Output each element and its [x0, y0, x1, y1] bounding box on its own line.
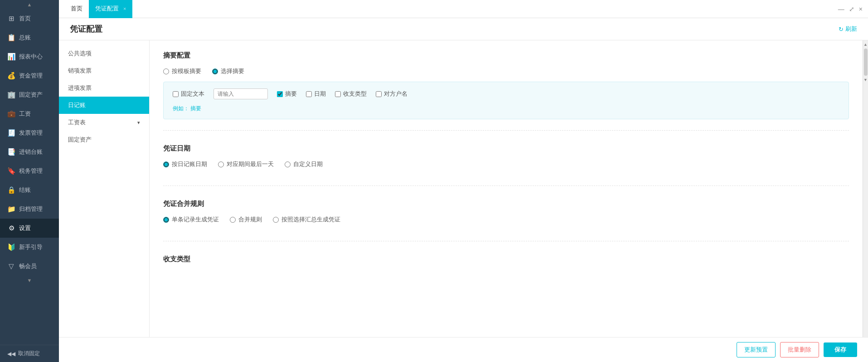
minimize-button[interactable]: — [838, 5, 844, 13]
settings-icon: ⚙ [7, 224, 15, 232]
radio-last-day-label: 对应期间最后一天 [227, 160, 274, 168]
sidebar-item-label: 进销台账 [19, 148, 43, 156]
summary-title: 摘要配置 [163, 51, 849, 60]
close-account-icon: 🔒 [7, 186, 15, 194]
sidebar-unpin-button[interactable]: ◀◀ 取消固定 [0, 345, 59, 362]
radio-merge-input[interactable] [230, 217, 236, 223]
checkbox-date[interactable]: 日期 [306, 90, 326, 98]
counterpart-checkbox[interactable] [376, 91, 382, 97]
sidebar-item-label: 总账 [19, 34, 31, 42]
radio-merge-rule[interactable]: 合并规则 [230, 215, 262, 224]
radio-custom-date-label: 自定义日期 [293, 160, 323, 168]
sidebar-item-label: 设置 [19, 224, 31, 232]
sidebar-item-reconcile[interactable]: 📑 进销台账 [0, 142, 59, 161]
radio-select-input[interactable] [212, 68, 218, 74]
sidebar-item-tax[interactable]: 🔖 税务管理 [0, 161, 59, 181]
summary-radio-group: 按模板摘要 选择摘要 [163, 67, 849, 75]
radio-template-summary[interactable]: 按模板摘要 [163, 67, 201, 75]
left-nav-label: 工资表 [68, 118, 86, 127]
guide-icon: 🔰 [7, 243, 15, 251]
radio-custom-date-input[interactable] [285, 161, 291, 167]
checkbox-counterpart[interactable]: 对方户名 [376, 90, 407, 98]
sidebar-item-archive[interactable]: 📁 归档管理 [0, 200, 59, 219]
radio-select-label: 选择摘要 [221, 67, 244, 75]
sidebar: ▲ ⊞ 首页 📋 总账 📊 报表中心 💰 资金管理 🏢 固定资产 💼 工资 🧾 … [0, 0, 59, 362]
sidebar-item-report[interactable]: 📊 报表中心 [0, 47, 59, 66]
sidebar-item-ledger[interactable]: 📋 总账 [0, 28, 59, 47]
home-icon: ⊞ [7, 15, 15, 23]
salary-icon: 💼 [7, 110, 15, 118]
left-nav-fixed-assets[interactable]: 固定资产 [59, 131, 149, 148]
sidebar-item-home[interactable]: ⊞ 首页 [0, 9, 59, 28]
tab-voucher-config[interactable]: 凭证配置 × [89, 0, 132, 18]
sidebar-item-guide[interactable]: 🔰 新手引导 [0, 238, 59, 257]
archive-icon: 📁 [7, 205, 15, 213]
radio-select-merge[interactable]: 按照选择汇总生成凭证 [273, 215, 340, 224]
tab-close-icon[interactable]: × [123, 6, 126, 11]
checkbox-income-type[interactable]: 收支类型 [335, 90, 367, 98]
left-nav-label: 固定资产 [68, 136, 92, 144]
example-text: 例如： 摘要 [173, 105, 201, 112]
sidebar-item-salary[interactable]: 💼 工资 [0, 104, 59, 123]
radio-template-input[interactable] [163, 68, 169, 74]
radio-single-input[interactable] [163, 217, 169, 223]
page-title: 凭证配置 [70, 24, 102, 34]
report-icon: 📊 [7, 53, 15, 61]
sidebar-item-invoice[interactable]: 🧾 发票管理 [0, 123, 59, 142]
refresh-button[interactable]: ↻ 刷新 [839, 25, 857, 33]
radio-select-merge-input[interactable] [273, 217, 279, 223]
left-nav-sales[interactable]: 销项发票 [59, 62, 149, 79]
radio-journal-date[interactable]: 按日记账日期 [163, 160, 207, 168]
income-type-checkbox[interactable] [335, 91, 341, 97]
checkbox-fixed-text[interactable]: 固定文本 [173, 90, 204, 98]
date-checkbox[interactable] [306, 91, 312, 97]
batch-delete-button[interactable]: 批量删除 [780, 342, 819, 357]
maximize-button[interactable]: ⤢ [849, 5, 854, 13]
fixed-text-checkbox[interactable] [173, 91, 179, 97]
radio-single-record[interactable]: 单条记录生成凭证 [163, 215, 219, 224]
sidebar-item-settings[interactable]: ⚙ 设置 [0, 219, 59, 238]
summary-checkbox[interactable] [277, 91, 283, 97]
left-nav-payroll[interactable]: 工资表 ▾ [59, 114, 149, 131]
scrollbar-thumb[interactable] [864, 49, 868, 76]
tab-home[interactable]: 首页 [64, 0, 89, 18]
radio-single-label: 单条记录生成凭证 [172, 215, 219, 224]
update-preview-button[interactable]: 更新预置 [737, 342, 776, 357]
radio-last-day-input[interactable] [218, 161, 224, 167]
sidebar-item-label: 报表中心 [19, 53, 43, 61]
sidebar-item-assets[interactable]: 🏢 固定资产 [0, 85, 59, 104]
radio-custom-date[interactable]: 自定义日期 [285, 160, 323, 168]
fixed-text-input[interactable] [213, 88, 268, 99]
scrollbar-up-arrow[interactable]: ▲ [863, 41, 868, 48]
left-nav-label: 进项发票 [68, 84, 92, 92]
radio-journal-date-input[interactable] [163, 161, 169, 167]
save-button[interactable]: 保存 [824, 342, 857, 357]
sidebar-item-label: 资金管理 [19, 72, 43, 80]
radio-select-merge-label: 按照选择汇总生成凭证 [281, 215, 340, 224]
scrollbar-down-arrow[interactable]: ▼ [863, 77, 868, 83]
window-close-button[interactable]: × [859, 5, 863, 13]
sidebar-scroll-up[interactable]: ▲ [0, 0, 59, 9]
summary-label: 摘要 [285, 90, 297, 98]
left-nav: 公共选项 销项发票 进项发票 日记账 工资表 ▾ 固定资产 [59, 40, 150, 337]
sidebar-item-member[interactable]: ▽ 畅会员 [0, 257, 59, 276]
sidebar-item-funds[interactable]: 💰 资金管理 [0, 66, 59, 85]
sidebar-item-close[interactable]: 🔒 结账 [0, 181, 59, 200]
radio-select-summary[interactable]: 选择摘要 [212, 67, 244, 75]
left-nav-purchase[interactable]: 进项发票 [59, 79, 149, 97]
right-scrollbar: ▲ ▼ [863, 40, 868, 337]
left-nav-label: 日记账 [68, 101, 86, 109]
radio-template-label: 按模板摘要 [172, 67, 201, 75]
date-section: 凭证日期 按日记账日期 对应期间最后一天 自定义日期 [163, 144, 849, 186]
funds-icon: 💰 [7, 72, 15, 80]
tab-bar-controls: — ⤢ × [838, 5, 863, 13]
sidebar-scroll-down[interactable]: ▼ [0, 276, 59, 285]
radio-last-day[interactable]: 对应期间最后一天 [218, 160, 274, 168]
reconcile-icon: 📑 [7, 148, 15, 156]
left-nav-public[interactable]: 公共选项 [59, 45, 149, 62]
page-header: 凭证配置 ↻ 刷新 [59, 18, 868, 40]
date-title: 凭证日期 [163, 144, 849, 153]
left-nav-journal[interactable]: 日记账 [59, 97, 149, 114]
checkbox-summary[interactable]: 摘要 [277, 90, 297, 98]
bottom-bar: 更新预置 批量删除 保存 [59, 337, 868, 362]
